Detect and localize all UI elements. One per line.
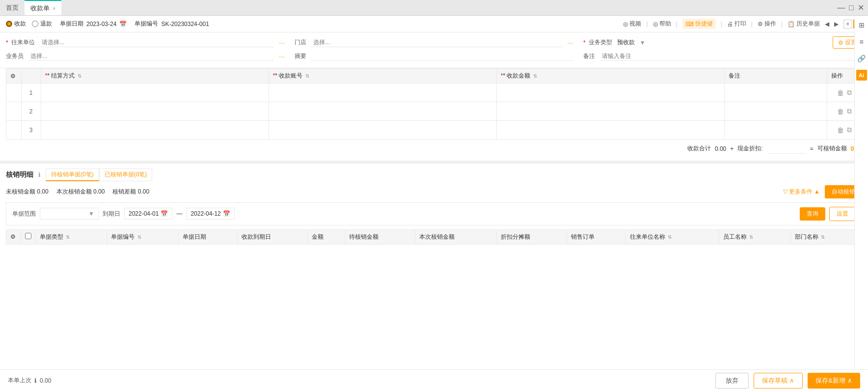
sort-account-icon[interactable]: ⇅ — [305, 73, 309, 79]
sidebar-table-icon[interactable]: ⊞ — [856, 20, 867, 30]
select-all-checkbox[interactable] — [25, 233, 31, 239]
tab-home-label: 首页 — [6, 3, 19, 12]
date-to-input[interactable]: 2022-04-12 📅 — [186, 208, 234, 220]
copy-row-btn[interactable]: ⧉ — [847, 88, 852, 97]
sidebar-list-icon[interactable]: ≡ — [856, 36, 867, 47]
history-label: 历史单据 — [796, 20, 820, 28]
discard-button[interactable]: 放弃 — [715, 373, 749, 389]
toolbar-right-actions: ◎ 视频 | ◎ 帮助 | ⌨ 快捷键 | 🖨 打印 | ⚙ 操作 — [623, 19, 862, 29]
save-new-button[interactable]: 保存&新增 ∧ — [808, 373, 860, 389]
partner-more-btn[interactable]: ··· — [279, 39, 285, 47]
calendar-icon[interactable]: 📅 — [119, 21, 127, 28]
nav-next-icon[interactable]: ▶ — [834, 21, 839, 28]
diff-stat: 核销差额 0.00 — [112, 188, 149, 196]
summary-input[interactable] — [311, 52, 573, 61]
remark-cell[interactable] — [724, 121, 827, 140]
amount-cell[interactable] — [496, 84, 724, 102]
delete-row-btn[interactable]: 🗑 — [837, 89, 844, 97]
filter-settings-btn[interactable]: 设置 — [829, 207, 856, 221]
draft-btn-label: 保存草稿 — [762, 376, 787, 385]
query-btn[interactable]: 查询 — [800, 207, 825, 221]
account-cell[interactable] — [269, 84, 496, 102]
sort-settlement-icon[interactable]: ⇅ — [78, 73, 81, 79]
refund-label: 退款 — [40, 20, 52, 28]
tab-done[interactable]: 已核销单据(0笔) — [99, 168, 153, 181]
carry-over-info-icon[interactable]: ℹ — [34, 377, 37, 384]
row-num-cell: 3 — [21, 121, 41, 140]
settlement-cell[interactable] — [41, 84, 269, 102]
video-btn[interactable]: ◎ 视频 — [623, 20, 641, 28]
col-gear[interactable]: ⚙ — [6, 69, 21, 84]
tab-bar: 首页 收款单 × — □ ✕ — [0, 0, 868, 16]
print-btn[interactable]: 🖨 打印 — [727, 20, 746, 28]
col-gear-bt[interactable]: ⚙ — [6, 229, 21, 244]
partner-input[interactable] — [40, 38, 274, 47]
sort-doc-type-icon[interactable]: ⇅ — [66, 234, 70, 240]
remark-input[interactable] — [600, 52, 862, 61]
sort-partner-icon[interactable]: ⇅ — [668, 234, 672, 240]
shop-more-btn[interactable]: ··· — [568, 39, 573, 47]
ops-btn[interactable]: ⚙ 操作 — [758, 20, 776, 28]
col-pending: 待核销金额 — [345, 229, 415, 244]
tab-pending[interactable]: 待核销单据(0笔) — [46, 168, 99, 181]
staff-more-btn[interactable]: ··· — [279, 53, 285, 60]
copy-row-btn[interactable]: ⧉ — [847, 126, 852, 134]
receipt-type-group: 收款 退款 — [6, 20, 52, 28]
settlement-cell[interactable] — [41, 121, 269, 140]
sort-doc-num-icon[interactable]: ⇅ — [137, 234, 141, 240]
date-field: 单据日期 2023-03-24 📅 — [60, 20, 127, 28]
date-label: 单据日期 — [60, 20, 83, 28]
layout-list-icon[interactable]: ≡ — [843, 20, 852, 28]
account-cell[interactable] — [269, 121, 496, 140]
staff-label: 业务员 — [6, 52, 24, 60]
form-row-2: 业务员 ··· 摘要 备注 — [6, 52, 862, 61]
minimize-button[interactable]: — — [837, 3, 845, 12]
cal-from-icon[interactable]: 📅 — [161, 210, 168, 217]
tab-home[interactable]: 首页 — [0, 0, 25, 15]
account-cell[interactable] — [269, 102, 496, 121]
amount-cell[interactable] — [496, 121, 724, 140]
ops-icon: ⚙ — [758, 21, 763, 28]
remark-cell[interactable] — [724, 84, 827, 102]
save-draft-button[interactable]: 保存草稿 ∧ — [754, 373, 803, 389]
date-from-input[interactable]: 2022-04-01 📅 — [124, 208, 172, 220]
maximize-button[interactable]: □ — [849, 3, 854, 12]
discount-input[interactable] — [767, 144, 806, 154]
receipt-radio[interactable]: 收款 — [6, 20, 26, 28]
sort-dept-icon[interactable]: ⇅ — [821, 234, 825, 240]
cal-to-icon[interactable]: 📅 — [223, 210, 230, 217]
delete-row-btn[interactable]: 🗑 — [837, 108, 844, 115]
verification-section: 核销明细 ℹ 待核销单据(0笔) 已核销单据(0笔) 未核销金额 0.00 本次… — [0, 161, 868, 250]
help-btn[interactable]: ◎ 帮助 — [653, 20, 671, 28]
remark-cell[interactable] — [724, 102, 827, 121]
settlement-cell[interactable] — [41, 102, 269, 121]
sidebar-ai-icon[interactable]: Ai — [856, 70, 867, 81]
sort-amount-icon[interactable]: ⇅ — [533, 73, 537, 79]
delete-row-btn[interactable]: 🗑 — [837, 126, 844, 134]
nav-prev-icon[interactable]: ◀ — [825, 21, 829, 28]
range-label: 单据范围 — [12, 210, 36, 218]
col-due-date: 收款到期日 — [238, 229, 308, 244]
info-icon[interactable]: ℹ — [38, 171, 41, 178]
tab-receipt[interactable]: 收款单 × — [25, 0, 61, 15]
copy-row-btn[interactable]: ⧉ — [847, 107, 852, 115]
close-button[interactable]: ✕ — [858, 3, 864, 12]
tab-close-icon[interactable]: × — [53, 5, 55, 11]
range-select[interactable]: ▼ — [40, 208, 99, 220]
shortcut-btn[interactable]: ⌨ 快捷键 — [682, 19, 716, 29]
sidebar-clip-icon[interactable]: 🔗 — [856, 53, 867, 64]
history-btn[interactable]: 📋 历史单据 — [787, 20, 820, 28]
more-conditions-btn[interactable]: ▽ 更多条件 ▲ — [783, 188, 820, 196]
shop-input[interactable] — [311, 38, 563, 47]
summary-label: 摘要 — [295, 52, 306, 60]
business-type-dropdown-icon[interactable]: ▼ — [640, 39, 646, 46]
staff-input[interactable] — [28, 52, 274, 61]
col-doc-type: 单据类型 ⇅ — [36, 229, 107, 244]
available-label: 可核销金额 — [817, 144, 847, 153]
refund-radio[interactable]: 退款 — [32, 20, 52, 28]
date-from-value: 2022-04-01 — [129, 210, 159, 217]
filter-icon: ▽ — [783, 188, 787, 195]
sort-staff-icon[interactable]: ⇅ — [749, 234, 753, 240]
date-to-value: 2022-04-12 — [190, 210, 220, 217]
amount-cell[interactable] — [496, 102, 724, 121]
